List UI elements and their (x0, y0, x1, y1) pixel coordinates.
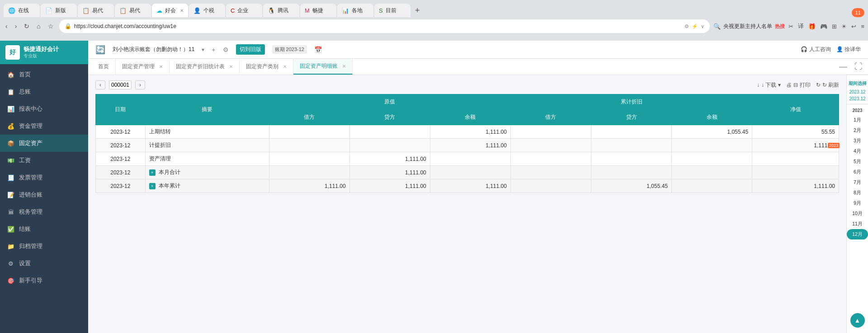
print-btn[interactable]: 🖨 ⊟ 打印 (786, 81, 810, 89)
address-box[interactable]: 🔒 https://cloud.chanjet.com/accounting/u… (59, 19, 710, 33)
switch-version-btn[interactable]: 切到旧版 (236, 44, 265, 55)
sidebar-item-close-account[interactable]: ✅ 结账 (0, 220, 88, 238)
sidebar-item-invoice[interactable]: 🧾 发票管理 (0, 169, 88, 186)
print-icon: 🖨 (786, 82, 792, 88)
sidebar-item-tax[interactable]: 🏛 税务管理 (0, 203, 88, 220)
tab-minimize-btn[interactable]: — (837, 61, 849, 72)
refresh-btn[interactable]: ↻ ↻ 刷新 (816, 81, 839, 89)
browser-tab-online[interactable]: 🌐 在线 (4, 4, 40, 17)
selected-period-2: 2023.12 (848, 95, 866, 102)
sidebar-item-fixed-assets[interactable]: 📦 固定资产 (0, 135, 88, 152)
translate-icon[interactable]: 译 (798, 22, 804, 30)
dropdown-icon[interactable]: ▾ (202, 47, 204, 53)
sidebar-item-reports-label: 报表中心 (19, 105, 42, 113)
browser-tab-tencent[interactable]: 🐧 腾讯 (263, 4, 299, 17)
month-11[interactable]: 11月 (847, 219, 868, 229)
sidebar: 好 畅捷通好会计 专业版 🏠 首页 📋 总账 📊 报表中心 💰 资金管理 (0, 41, 88, 333)
month-4[interactable]: 4月 (847, 146, 868, 156)
browser-tab-new[interactable]: 📄 新版 (41, 4, 77, 17)
scissors-icon[interactable]: ✂ (788, 23, 793, 30)
month-5[interactable]: 5月 (847, 156, 868, 167)
tab-close-ledger[interactable]: ✕ (342, 64, 346, 69)
sun-icon[interactable]: ☀ (841, 23, 847, 30)
browser-tab-gedi[interactable]: 📊 各地 (337, 4, 373, 17)
th-orig-balance: 余额 (430, 110, 510, 125)
undo-icon[interactable]: ↩ (851, 23, 856, 30)
sidebar-item-settings[interactable]: ⚙ 设置 (0, 255, 88, 272)
sidebar-item-guide[interactable]: 🎯 新手引导 (0, 272, 88, 289)
prev-page-btn[interactable]: ‹ (95, 80, 105, 89)
app-header-icon: 🔄 (95, 45, 105, 55)
tab-depreciation-stats[interactable]: 固定资产折旧统计表 ✕ (170, 59, 240, 75)
browser-tab-tax[interactable]: 👤 个税 (189, 4, 225, 17)
tab-close-depr[interactable]: ✕ (229, 64, 233, 69)
tab-close-mgmt[interactable]: ✕ (159, 64, 163, 69)
tab-fixed-assets-category[interactable]: 固定资产类别 ✕ (240, 59, 293, 75)
browser-tab-active[interactable]: ☁ 好会 ✕ (152, 4, 188, 17)
month-2[interactable]: 2月 (847, 125, 868, 136)
year-label[interactable]: 2023 (847, 106, 868, 115)
month-12[interactable]: 12月 (847, 229, 868, 239)
year-badge: 2023 (828, 143, 840, 148)
sidebar-item-reports[interactable]: 📊 报表中心 (0, 100, 88, 117)
browser-tab-yidai2[interactable]: 📋 易代 (115, 4, 151, 17)
browser-tab-muqian[interactable]: S 目前 (374, 4, 410, 17)
ledger-icon: 📋 (7, 88, 14, 95)
sidebar-item-ledger[interactable]: 📋 总账 (0, 83, 88, 100)
sidebar-item-close-label: 结账 (19, 225, 31, 233)
browser-tab-yidai1[interactable]: 📋 易代 (78, 4, 114, 17)
home-btn[interactable]: ⌂ (35, 22, 42, 31)
row4-date: 2023-12 (96, 166, 146, 179)
consult-btn[interactable]: 🎧 人工咨询 (801, 46, 830, 53)
tab-fixed-assets-mgmt[interactable]: 固定资产管理 ✕ (116, 59, 170, 75)
row3-date: 2023-12 (96, 152, 146, 166)
chevron-down-icon[interactable]: ∨ (701, 23, 704, 29)
add-company-btn[interactable]: + (212, 46, 215, 53)
download-btn[interactable]: ↓ ↓ 下载 ▾ (757, 81, 781, 89)
month-8[interactable]: 8月 (847, 188, 868, 198)
hot-tag[interactable]: 热搜 (775, 23, 785, 30)
gift-icon[interactable]: 🎁 (808, 23, 816, 30)
forward-btn[interactable]: › (13, 22, 19, 31)
download-icon: ↓ (757, 82, 760, 88)
reload-btn[interactable]: ↻ (22, 22, 31, 31)
month-10[interactable]: 10月 (847, 208, 868, 219)
next-page-btn[interactable]: › (135, 80, 145, 89)
row5-orig-credit: 1,111.00 (349, 179, 430, 193)
browser-tab-enterprise[interactable]: C 企业 (226, 4, 262, 17)
sidebar-item-archive[interactable]: 📁 归档管理 (0, 238, 88, 255)
th-dep-balance: 余额 (672, 110, 752, 125)
menu-icon[interactable]: ≡ (861, 23, 864, 30)
grid-icon[interactable]: ⊞ (832, 23, 837, 30)
browser-toolbar: ✂ 译 🎁 🎮 ⊞ ☀ ↩ ≡ (788, 22, 864, 30)
game-icon[interactable]: 🎮 (820, 23, 827, 30)
tab-maximize-btn[interactable]: ⛶ (853, 61, 864, 72)
bookmark-btn[interactable]: ☆ (46, 22, 56, 31)
settings-gear-icon[interactable]: ⚙ (223, 46, 229, 53)
sidebar-item-purchase[interactable]: 📝 进销台账 (0, 186, 88, 203)
month-3[interactable]: 3月 (847, 136, 868, 146)
tab-fixed-assets-ledger[interactable]: 固定资产明细账 ✕ (293, 59, 353, 75)
month-1[interactable]: 1月 (847, 115, 868, 125)
ledger-table: 日期 摘要 原值 累计折旧 净值 借方 贷方 余额 借方 贷方 余额 (95, 94, 839, 193)
tab-home[interactable]: 首页 (92, 59, 116, 75)
tab-close-btn[interactable]: ✕ (180, 8, 184, 13)
user-btn[interactable]: 👤 徐译华 (836, 46, 861, 53)
month-9[interactable]: 9月 (847, 198, 868, 208)
new-tab-btn[interactable]: + (411, 4, 424, 17)
month-7[interactable]: 7月 (847, 177, 868, 188)
sidebar-item-home[interactable]: 🏠 首页 (0, 66, 88, 83)
tab-close-cat[interactable]: ✕ (283, 64, 287, 69)
calendar-icon[interactable]: 📅 (314, 46, 322, 53)
month-6[interactable]: 6月 (847, 167, 868, 177)
company-name: 刘小艳演示账套（勿删勿动！）11 (113, 46, 194, 53)
sidebar-item-tax-label: 税务管理 (19, 208, 42, 216)
page-input[interactable] (109, 80, 132, 89)
browser-tab-changjie[interactable]: M 畅捷 (300, 4, 336, 17)
back-btn[interactable]: ‹ (4, 22, 9, 31)
sidebar-item-salary[interactable]: 💵 工资 (0, 152, 88, 169)
sidebar-item-funds[interactable]: 💰 资金管理 (0, 117, 88, 135)
purchase-icon: 📝 (7, 191, 14, 198)
scroll-top-btn[interactable]: ▲ (850, 313, 865, 328)
row2-orig-credit (349, 139, 430, 152)
